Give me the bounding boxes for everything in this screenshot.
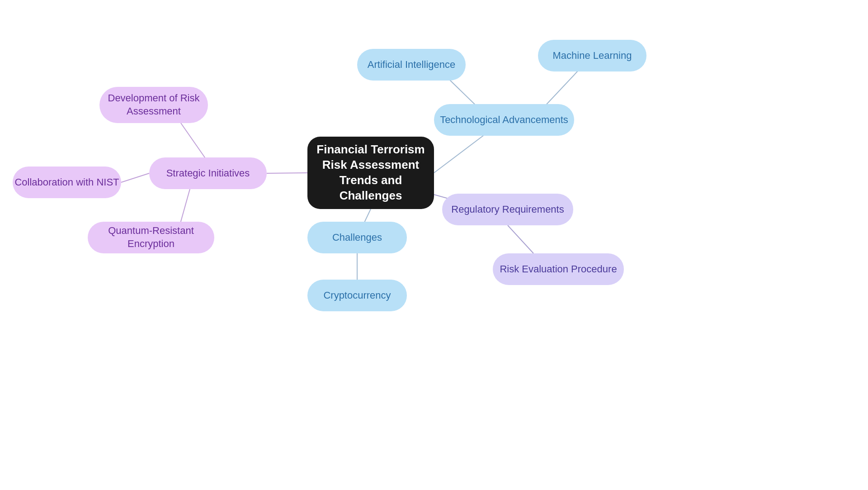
collab-node: Collaboration with NIST [13, 167, 121, 198]
quantum-node: Quantum-Resistant Encryption [88, 222, 214, 253]
strategic-node: Strategic Initiatives [149, 157, 267, 189]
svg-line-6 [181, 123, 208, 162]
challenges-node: Challenges [307, 222, 407, 253]
ml-node: Machine Learning [538, 40, 646, 71]
svg-line-5 [267, 173, 307, 173]
svg-line-7 [121, 173, 149, 182]
risk-eval-node: Risk Evaluation Procedure [493, 253, 624, 285]
ai-node: Artificial Intelligence [357, 49, 466, 81]
regulatory-node: Regulatory Requirements [442, 194, 573, 225]
crypto-node: Cryptocurrency [307, 280, 407, 311]
tech-node: Technological Advancements [434, 104, 574, 136]
dev-node: Development of Risk Assessment [99, 87, 208, 123]
center-node: Financial Terrorism Risk Assessment Tren… [307, 137, 434, 209]
svg-line-10 [508, 225, 533, 253]
